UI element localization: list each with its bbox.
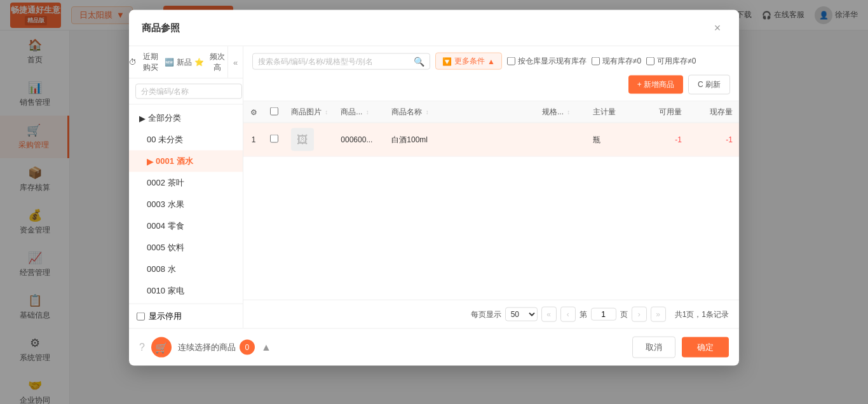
recent-icon: ⏱ <box>129 58 137 67</box>
cat-label: 0004 零食 <box>147 220 184 232</box>
dialog-header: 商品参照 × <box>129 10 739 46</box>
col-image-header[interactable]: 商品图片 ↕ <box>285 102 334 123</box>
next-page-button[interactable]: › <box>632 307 647 322</box>
col-check-header[interactable] <box>264 102 285 123</box>
cat-liquor[interactable]: ▶ 0001 酒水 <box>129 151 243 172</box>
product-name: 白酒100ml <box>391 135 428 144</box>
cat-tea[interactable]: 0002 茶叶 <box>129 172 243 194</box>
refresh-button[interactable]: C 刷新 <box>688 75 730 95</box>
dialog-close-button[interactable]: × <box>709 19 726 37</box>
row-checkbox[interactable] <box>270 135 278 143</box>
continuous-label: 连续选择的商品 <box>178 342 236 353</box>
product-code: 000600... <box>341 135 372 144</box>
usable-checkbox[interactable] <box>646 57 654 65</box>
pagination-bar: 每页显示 50 10 20 100 « ‹ 第 页 › » 共1页，1条记录 <box>243 300 739 328</box>
show-disabled-checkbox[interactable] <box>137 312 145 320</box>
dialog-footer: ? 🛒 连续选择的商品 0 ▲ 取消 确定 <box>129 328 739 366</box>
col-spec-header[interactable]: 规格... ↕ <box>536 102 587 123</box>
checkbox-label: 现有库存≠0 <box>602 56 641 67</box>
col-unit-header[interactable]: 主计量 <box>587 102 637 123</box>
continuous-select-info: 连续选择的商品 0 <box>178 340 255 355</box>
expand-arrow-icon: ▶ <box>147 156 153 166</box>
product-table-wrap: ⚙ 商品图片 ↕ 商品... ↕ 商品名称 ↕ <box>243 102 739 300</box>
last-page-button[interactable]: » <box>651 307 666 322</box>
category-tabs: ⏱ 近期购买 🆕 新品 ⭐ 频次高 « <box>129 46 243 79</box>
sort-icon: ↕ <box>426 109 429 116</box>
sort-icon: ↕ <box>567 109 570 116</box>
page-number-input[interactable] <box>591 308 616 321</box>
tab-label: 新品 <box>177 57 192 67</box>
cat-label: 0005 饮料 <box>147 242 184 253</box>
more-filters-button[interactable]: 🔽 更多条件 ▲ <box>435 53 502 70</box>
cat-uncategorized[interactable]: 00 未分类 <box>129 129 243 151</box>
tab-frequent[interactable]: ⭐ 频次高 <box>194 46 227 78</box>
row-stock-cell: -1 <box>688 123 739 156</box>
first-page-button[interactable]: « <box>541 307 557 322</box>
product-search-input[interactable] <box>258 57 410 65</box>
usable-not-zero[interactable]: 可用库存≠0 <box>646 56 696 67</box>
cat-water[interactable]: 0008 水 <box>129 259 243 280</box>
dialog-body: ⏱ 近期购买 🆕 新品 ⭐ 频次高 « 🔍 ▶ <box>129 46 739 328</box>
help-icon[interactable]: ? <box>139 342 145 353</box>
col-name-header[interactable]: 商品名称 ↕ <box>385 102 536 123</box>
tab-new-products[interactable]: 🆕 新品 <box>162 46 195 78</box>
row-name-cell: 白酒100ml <box>385 123 536 156</box>
panel-collapse-button[interactable]: « <box>227 46 243 78</box>
toolbar-actions: + 新增商品 C 刷新 <box>628 75 730 95</box>
tab-recent-purchase[interactable]: ⏱ 近期购买 <box>129 46 162 78</box>
per-page-select[interactable]: 50 10 20 100 <box>505 307 538 321</box>
footer-collapse-icon[interactable]: ▲ <box>261 342 271 353</box>
cat-snack[interactable]: 0004 零食 <box>129 215 243 237</box>
checkbox-label: 可用库存≠0 <box>657 56 696 67</box>
select-all-checkbox[interactable] <box>270 107 278 115</box>
confirm-button[interactable]: 确定 <box>682 337 729 358</box>
category-list: ▶ 全部分类 00 未分类 ▶ 0001 酒水 0002 茶叶 0003 水果 <box>129 105 243 304</box>
cat-beverage[interactable]: 0005 饮料 <box>129 237 243 259</box>
cat-label: 0003 水果 <box>147 199 184 210</box>
col-stock-header[interactable]: 现存量 <box>688 102 739 123</box>
cat-label: 0010 家电 <box>147 285 184 297</box>
cat-fruit[interactable]: 0003 水果 <box>129 194 243 215</box>
product-search-icon[interactable]: 🔍 <box>414 56 424 66</box>
category-search-input[interactable] <box>135 84 242 99</box>
content-panel: 🔍 🔽 更多条件 ▲ 按仓库显示现有库存 现有库存≠0 可用库存≠ <box>243 46 739 328</box>
table-row[interactable]: 1 🖼 000600... 白酒100ml <box>243 123 739 156</box>
available-not-zero[interactable]: 现有库存≠0 <box>592 56 641 67</box>
table-header: ⚙ 商品图片 ↕ 商品... ↕ 商品名称 ↕ <box>243 102 739 123</box>
row-code-cell: 000600... <box>334 123 385 156</box>
cart-button[interactable]: 🛒 <box>151 337 172 358</box>
selected-count-badge: 0 <box>240 340 255 355</box>
sort-icon: ↕ <box>366 109 369 116</box>
page-label: 第 <box>580 309 587 320</box>
show-inventory-by-warehouse[interactable]: 按仓库显示现有库存 <box>507 56 587 67</box>
cancel-button[interactable]: 取消 <box>632 337 675 358</box>
cat-appliance[interactable]: 0010 家电 <box>129 280 243 302</box>
checkbox-label: 按仓库显示现有库存 <box>518 56 587 67</box>
filter-icon: 🔽 <box>442 57 452 65</box>
available-checkbox[interactable] <box>592 57 600 65</box>
cat-label: 00 未分类 <box>147 134 183 145</box>
cat-all[interactable]: ▶ 全部分类 <box>129 107 243 129</box>
cat-label: 全部分类 <box>148 112 181 124</box>
dialog-title: 商品参照 <box>142 22 709 34</box>
product-thumbnail: 🖼 <box>291 128 314 151</box>
row-spec-cell <box>536 123 587 156</box>
row-settings: 1 <box>243 123 264 156</box>
inventory-warehouse-checkbox[interactable] <box>507 57 515 65</box>
product-toolbar: 🔍 🔽 更多条件 ▲ 按仓库显示现有库存 现有库存≠0 可用库存≠ <box>243 46 739 102</box>
add-product-button[interactable]: + 新增商品 <box>628 76 683 94</box>
col-settings-header[interactable]: ⚙ <box>243 102 264 123</box>
cat-label: 0002 茶叶 <box>147 177 184 189</box>
product-available: -1 <box>675 135 682 144</box>
tab-label: 近期购买 <box>139 51 162 73</box>
cat-footer: 显示停用 <box>129 304 243 328</box>
tab-label: 频次高 <box>207 51 227 73</box>
prev-page-button[interactable]: ‹ <box>560 307 576 322</box>
col-code-header[interactable]: 商品... ↕ <box>334 102 385 123</box>
cat-label: 0008 水 <box>147 264 176 275</box>
cat-label: 0001 酒水 <box>156 156 193 167</box>
col-available-header[interactable]: 可用量 <box>637 102 688 123</box>
expand-arrow-icon: ▶ <box>139 113 146 123</box>
filter-label: 更多条件 <box>454 56 485 67</box>
row-checkbox-cell[interactable] <box>264 123 285 156</box>
